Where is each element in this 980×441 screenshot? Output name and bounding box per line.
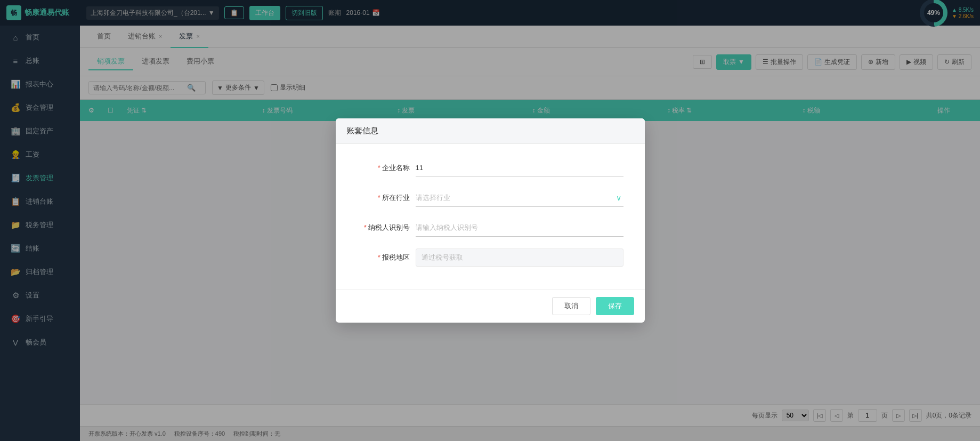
form-label-company: * 企业名称: [357, 163, 416, 173]
tax-region-readonly: 通过税号获取: [416, 248, 623, 267]
modal-footer: 取消 保存: [336, 289, 645, 323]
form-label-industry: * 所在行业: [357, 193, 416, 203]
modal: 账套信息 * 企业名称 * 所在行业 请选择行业: [336, 118, 645, 323]
required-star-3: *: [364, 223, 367, 231]
form-row-company: * 企业名称: [357, 159, 623, 177]
tax-region-placeholder: 通过税号获取: [422, 253, 463, 262]
form-row-tax-id: * 纳税人识别号: [357, 219, 623, 237]
save-button[interactable]: 保存: [596, 297, 634, 315]
modal-header: 账套信息: [336, 118, 645, 144]
tax-id-input[interactable]: [416, 219, 623, 237]
required-star-4: *: [378, 253, 380, 261]
required-star: *: [378, 164, 380, 172]
form-row-tax-region: * 报税地区 通过税号获取: [357, 248, 623, 267]
modal-title: 账套信息: [346, 126, 378, 135]
industry-select-wrap: 请选择行业 ∨: [416, 189, 623, 207]
form-row-industry: * 所在行业 请选择行业 ∨: [357, 189, 623, 207]
company-name-input[interactable]: [416, 159, 623, 177]
industry-select[interactable]: 请选择行业: [416, 191, 623, 204]
cancel-button[interactable]: 取消: [552, 297, 590, 315]
modal-overlay[interactable]: 账套信息 * 企业名称 * 所在行业 请选择行业: [0, 0, 980, 441]
form-label-tax-id: * 纳税人识别号: [357, 223, 416, 232]
form-label-tax-region: * 报税地区: [357, 253, 416, 262]
required-star-2: *: [378, 194, 380, 202]
modal-body: * 企业名称 * 所在行业 请选择行业 ∨: [336, 144, 645, 289]
